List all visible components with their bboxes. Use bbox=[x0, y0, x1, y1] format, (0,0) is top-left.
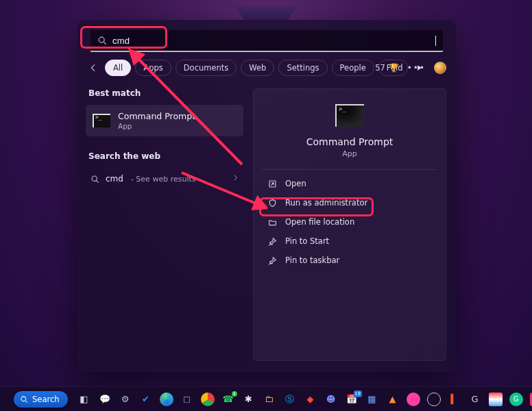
search-bar[interactable] bbox=[90, 29, 444, 52]
web-result[interactable]: cmd - See web results bbox=[86, 168, 243, 190]
slack-icon[interactable]: ✱ bbox=[242, 393, 256, 406]
file-explorer-icon[interactable]: 🗀 bbox=[263, 393, 276, 406]
filter-chip-settings[interactable]: Settings bbox=[278, 60, 327, 76]
pin-icon bbox=[267, 236, 277, 246]
vlc-icon[interactable]: ▲ bbox=[386, 393, 400, 406]
separator bbox=[262, 169, 437, 170]
svg-line-1 bbox=[104, 42, 106, 45]
shield-icon bbox=[267, 198, 277, 208]
search-icon bbox=[97, 36, 107, 45]
action-label: Open bbox=[285, 179, 306, 188]
app-icon-pink[interactable] bbox=[407, 393, 420, 406]
brave-icon[interactable]: ◆ bbox=[304, 393, 317, 406]
action-open-file-location[interactable]: Open file location bbox=[263, 212, 436, 232]
taskbar: Search ◧ 💬 ⚙ ✔ ◻ ☎3 ✱ 🗀 Ⓢ ◆ ☻ 📅19 ▦ ▲ ▍ … bbox=[0, 386, 532, 411]
action-label: Open file location bbox=[285, 217, 354, 227]
results-column: Best match Command Prompt App Search the… bbox=[86, 88, 243, 190]
start-button[interactable] bbox=[7, 393, 8, 406]
action-pin-to-start[interactable]: Pin to Start bbox=[263, 232, 436, 251]
more-options-icon[interactable]: ••• bbox=[407, 63, 426, 73]
rewards-count: 57 bbox=[375, 63, 385, 73]
taskbar-pinned-apps: ◧ 💬 ⚙ ✔ ◻ ☎3 ✱ 🗀 Ⓢ ◆ ☻ 📅19 ▦ ▲ ▍ G G bbox=[77, 393, 532, 406]
preview-app-icon bbox=[335, 104, 364, 127]
text-caret bbox=[435, 36, 436, 46]
pin-icon bbox=[267, 256, 277, 265]
filter-chip-documents[interactable]: Documents bbox=[176, 60, 237, 76]
result-title: Command Prompt bbox=[118, 111, 195, 121]
preview-title: Command Prompt bbox=[263, 136, 436, 147]
chrome-icon[interactable] bbox=[201, 393, 215, 406]
app-icon-red[interactable] bbox=[489, 393, 503, 406]
edge-icon[interactable] bbox=[160, 393, 173, 406]
filter-chip-people[interactable]: People bbox=[332, 60, 374, 76]
preview-actions: Open Run as administrator Open file loca… bbox=[263, 174, 436, 270]
whatsapp-icon[interactable]: ☎3 bbox=[221, 393, 235, 406]
avatar[interactable] bbox=[434, 62, 446, 74]
search-the-web-heading: Search the web bbox=[88, 151, 241, 161]
svg-line-3 bbox=[96, 180, 97, 182]
result-subtitle: App bbox=[118, 122, 195, 130]
svg-point-0 bbox=[99, 37, 104, 42]
svg-line-8 bbox=[25, 401, 27, 402]
app-icon-g[interactable]: G bbox=[468, 393, 482, 406]
skype-icon[interactable]: Ⓢ bbox=[283, 393, 297, 406]
command-prompt-icon bbox=[93, 114, 110, 127]
action-pin-to-taskbar[interactable]: Pin to taskbar bbox=[263, 251, 436, 270]
start-search-panel: All Apps Documents Web Settings People F… bbox=[77, 20, 456, 372]
preview-subtitle: App bbox=[263, 149, 436, 158]
svg-point-2 bbox=[92, 176, 97, 181]
trophy-icon: 🏆 bbox=[389, 63, 399, 73]
settings-icon[interactable]: ⚙ bbox=[119, 393, 132, 406]
grammarly-icon[interactable]: G bbox=[509, 393, 523, 406]
calendar-icon[interactable]: 📅19 bbox=[345, 393, 359, 406]
action-label: Run as administrator bbox=[285, 198, 367, 208]
back-arrow-icon[interactable] bbox=[86, 60, 101, 75]
web-result-desc: - See web results bbox=[131, 175, 196, 184]
chat-icon[interactable]: 💬 bbox=[98, 393, 112, 406]
action-label: Pin to Start bbox=[285, 236, 329, 246]
action-open[interactable]: Open bbox=[263, 174, 436, 193]
taskbar-search-button[interactable]: Search bbox=[14, 391, 68, 408]
app-icon[interactable]: ▦ bbox=[365, 393, 379, 406]
preview-pane: Command Prompt App Open Run as administr… bbox=[253, 88, 446, 361]
action-run-as-administrator[interactable]: Run as administrator bbox=[263, 193, 436, 212]
app-icon-magenta[interactable] bbox=[530, 393, 532, 406]
header-tools: 57 🏆 ••• bbox=[375, 58, 446, 77]
app-icon-circle[interactable] bbox=[427, 393, 441, 406]
filter-chip-web[interactable]: Web bbox=[241, 60, 274, 76]
search-icon bbox=[90, 174, 99, 184]
best-match-heading: Best match bbox=[88, 88, 241, 98]
task-view-icon[interactable]: ◧ bbox=[77, 393, 91, 406]
action-label: Pin to taskbar bbox=[285, 256, 339, 265]
search-icon bbox=[20, 395, 28, 403]
chevron-right-icon bbox=[232, 174, 239, 184]
generic-app-icon[interactable]: ◻ bbox=[180, 393, 194, 406]
office-icon[interactable]: ▍ bbox=[448, 393, 461, 406]
svg-point-7 bbox=[21, 396, 26, 401]
filter-chip-apps[interactable]: Apps bbox=[135, 60, 171, 76]
best-match-result[interactable]: Command Prompt App bbox=[86, 105, 243, 136]
taskbar-search-label: Search bbox=[32, 395, 60, 404]
filter-chip-all[interactable]: All bbox=[105, 60, 131, 76]
todo-icon[interactable]: ✔ bbox=[139, 393, 153, 406]
search-input[interactable] bbox=[112, 36, 433, 46]
discord-icon[interactable]: ☻ bbox=[324, 393, 338, 406]
web-result-term: cmd bbox=[106, 174, 123, 184]
open-icon bbox=[267, 179, 277, 188]
rewards-indicator[interactable]: 57 🏆 bbox=[375, 63, 399, 73]
folder-icon bbox=[267, 217, 277, 227]
